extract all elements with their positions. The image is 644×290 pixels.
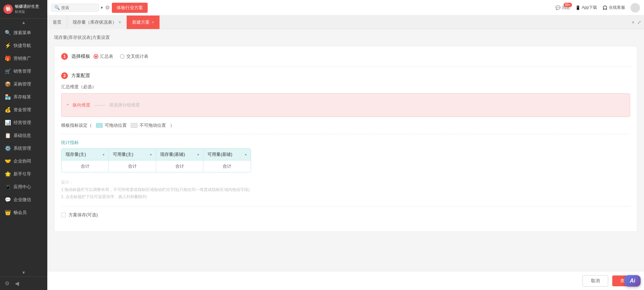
sidebar-item-quick-nav[interactable]: ⚡ 快捷导航 — [0, 39, 47, 52]
marketing-icon: 🎁 — [5, 55, 11, 62]
support-button[interactable]: 🎧 在线客服 — [602, 5, 625, 10]
sidebar-scroll-down[interactable]: ▼ — [0, 269, 47, 276]
sidebar-item-guide-label: 新手引导 — [14, 171, 31, 177]
top-bar-left: 🔍 ▾ ⚙ 体验行业方案 — [51, 3, 553, 13]
step2-badge: 2 — [61, 72, 68, 79]
sidebar-item-sales[interactable]: 🛒 销售管理 — [0, 65, 47, 78]
step2-title: 方案配置 — [71, 73, 90, 79]
sidebar-item-member-label: 畅会员 — [14, 210, 27, 216]
dim-row: * 纵向维度 —— 请选择分组维度 — [67, 102, 140, 108]
stats-col-1-label: 可用量(主) — [113, 151, 133, 158]
sidebar-item-inventory[interactable]: 🏪 库存核算 — [0, 91, 47, 103]
stats-col-1[interactable]: 可用量(主) ▾ — [109, 149, 156, 160]
tab-inventory-close-icon[interactable]: × — [119, 20, 121, 25]
sidebar-item-marketing[interactable]: 🎁 营销推广 — [0, 52, 47, 65]
tab-inventory-label: 现存量（库存状况表） — [73, 19, 117, 25]
ai-float-button[interactable]: Ai — [624, 275, 641, 287]
stats-header-row: 现存量(主) ▾ 可用量(主) ▾ 现存量(基辅) ▾ — [61, 149, 251, 160]
tab-expand-button[interactable]: ⤢ — [637, 20, 641, 25]
sidebar-item-app-center-label: 应用中心 — [14, 184, 31, 190]
finance-icon: 💰 — [5, 107, 11, 113]
sidebar-item-operations-label: 经营管理 — [14, 120, 31, 126]
stats-table: 现存量(主) ▾ 可用量(主) ▾ 现存量(基辅) ▾ — [61, 148, 251, 172]
step1-badge: 1 — [61, 53, 68, 60]
top-bar-search[interactable]: 🔍 — [51, 4, 99, 11]
sidebar-item-basic-info-label: 基础信息 — [14, 132, 31, 139]
cancel-button[interactable]: 取消 — [583, 275, 608, 287]
step1-header: 1 选择模板 汇总表 交叉统计表 — [61, 53, 630, 60]
dim-area[interactable]: * 纵向维度 —— 请选择分组维度 — [61, 93, 630, 117]
gear-icon[interactable]: ⚙ — [105, 4, 110, 11]
tab-new-scheme[interactable]: 新建方案 × — [127, 16, 160, 29]
sidebar-logo: 畅 畅赚通好生意 标准版 — [0, 0, 47, 19]
tips-section: 提示： 1.拖动标题栏可以调整布局，不可跨维度或指标区域拖动栏目字段(只能在同一… — [61, 179, 630, 201]
inventory-icon: 🏪 — [5, 94, 11, 100]
stats-col-3-chevron: ▾ — [245, 153, 247, 156]
template-indicator: 模板指标设定（ 可拖动位置 不可拖动位置 ） — [61, 122, 630, 128]
sidebar-scroll-up[interactable]: ▲ — [0, 19, 47, 26]
sidebar-bottom: ⚙ ◀ — [0, 276, 47, 290]
sidebar-item-sales-label: 销售管理 — [14, 68, 31, 74]
stats-data-2: 合计 — [156, 160, 203, 172]
tab-new-scheme-close-icon[interactable]: × — [152, 20, 154, 25]
non-draggable-indicator: 不可拖动位置 — [131, 122, 166, 128]
non-draggable-box — [131, 123, 138, 128]
collapse-icon[interactable]: ◀ — [15, 280, 19, 287]
tab-home[interactable]: 首页 — [47, 16, 67, 29]
msg-badge: 99+ — [564, 3, 572, 7]
sidebar-item-app-center[interactable]: 📱 应用中心 — [0, 180, 47, 193]
tab-home-label: 首页 — [53, 19, 61, 25]
tab-inventory[interactable]: 现存量（库存状况表） × — [67, 16, 127, 29]
stats-label: 统计指标 — [61, 140, 630, 146]
sales-icon: 🛒 — [5, 68, 11, 74]
user-avatar[interactable] — [630, 3, 640, 13]
tabs-bar: 首页 现存量（库存状况表） × 新建方案 × × ⤢ — [47, 16, 644, 29]
sidebar-item-finance[interactable]: 💰 资金管理 — [0, 103, 47, 116]
stats-col-3[interactable]: 可用量(基辅) ▾ — [203, 149, 251, 160]
sidebar-item-system-label: 系统管理 — [14, 145, 31, 151]
stats-col-2[interactable]: 现存量(基辅) ▾ — [156, 149, 203, 160]
sidebar-item-cooperation[interactable]: 🤝 企业协同 — [0, 155, 47, 168]
radio-summary-circle — [94, 54, 98, 59]
radio-crosstab-label: 交叉统计表 — [126, 53, 148, 59]
sidebar-item-operations[interactable]: 📊 经营管理 — [0, 116, 47, 129]
settings-icon[interactable]: ⚙ — [5, 280, 9, 287]
content-area: 现存量(库存状况表)方案设置 1 选择模板 汇总表 — [47, 29, 644, 271]
draggable-indicator: 可拖动位置 — [96, 122, 127, 128]
industry-button[interactable]: 体验行业方案 — [112, 3, 148, 13]
sidebar-item-search[interactable]: 🔍 搜索菜单 — [0, 26, 47, 39]
purchase-icon: 📦 — [5, 81, 11, 87]
tip-2: 2. 点击标题栏下拉可设置排序、插入列和删除列 — [61, 193, 630, 201]
sidebar-item-wechat[interactable]: 💬 企业微信 — [0, 193, 47, 206]
step1-title: 选择模板 — [71, 53, 90, 59]
sidebar-item-guide[interactable]: 🌟 新手引导 — [0, 168, 47, 180]
search-input[interactable] — [61, 5, 95, 10]
sidebar-nav: 🔍 搜索菜单 ⚡ 快捷导航 🎁 营销推广 🛒 销售管理 📦 采购管理 🏪 库存核… — [0, 26, 47, 269]
dim-field-label: 纵向维度 — [73, 102, 90, 108]
sidebar-item-purchase[interactable]: 📦 采购管理 — [0, 78, 47, 91]
sidebar-item-wechat-label: 企业微信 — [14, 197, 31, 203]
dim-label-text: 汇总维度（必选） — [61, 84, 96, 89]
top-bar-dropdown[interactable]: ▾ — [101, 5, 103, 10]
step-divider-3 — [61, 206, 630, 207]
radio-summary-label: 汇总表 — [100, 53, 113, 59]
sidebar-item-system[interactable]: ⚙️ 系统管理 — [0, 142, 47, 155]
app-download-button[interactable]: 📱 App下载 — [575, 5, 597, 10]
radio-crosstab-circle — [120, 54, 125, 59]
stats-col-3-label: 可用量(基辅) — [207, 151, 232, 158]
radio-summary[interactable]: 汇总表 — [94, 53, 113, 59]
msg-button[interactable]: 💬 消息 99+ — [555, 5, 570, 10]
tip-1: 1.拖动标题栏可以调整布局，不可跨维度或指标区域拖动栏目字段(只能在同一维度或指… — [61, 186, 630, 194]
sidebar-item-basic-info[interactable]: 📋 基础信息 — [0, 129, 47, 142]
stats-col-0-label: 现存量(主) — [66, 151, 86, 158]
step2-header: 2 方案配置 — [61, 72, 630, 79]
msg-icon: 💬 — [555, 5, 561, 10]
wechat-icon: 💬 — [5, 197, 11, 203]
stats-col-0[interactable]: 现存量(主) ▾ — [61, 149, 109, 160]
save-checkbox[interactable] — [61, 213, 66, 217]
stats-data-row: 合计 合计 合计 合计 — [61, 160, 251, 172]
tab-close-button[interactable]: × — [632, 20, 635, 25]
radio-crosstab[interactable]: 交叉统计表 — [120, 53, 148, 59]
sidebar-item-member[interactable]: 👑 畅会员 — [0, 206, 47, 219]
step-divider-1 — [61, 67, 630, 67]
